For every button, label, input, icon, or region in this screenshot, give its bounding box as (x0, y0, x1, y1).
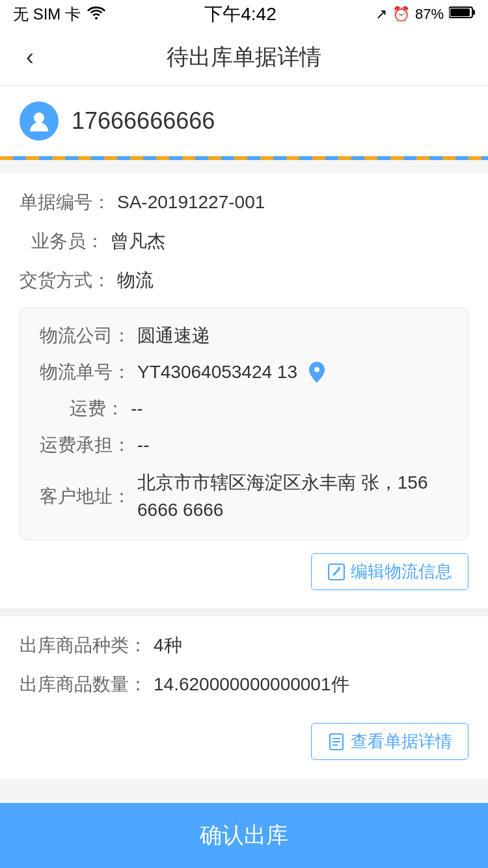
logistics-company-row: 物流公司： 圆通速递 (40, 323, 448, 348)
edit-logistics-label: 编辑物流信息 (351, 560, 452, 583)
battery-icon (449, 6, 475, 23)
product-types-label: 出库商品种类： (20, 632, 154, 659)
logistics-card: 物流公司： 圆通速递 物流单号： YT43064053424 13 运费： --… (20, 307, 468, 540)
status-time: 下午4:42 (204, 2, 277, 27)
tracking-row: 物流单号： YT43064053424 13 (40, 360, 448, 385)
freight-bear-row: 运费承担： -- (40, 433, 448, 457)
edit-logistics-button[interactable]: 编辑物流信息 (311, 553, 468, 590)
map-pin-icon[interactable] (305, 360, 329, 384)
alarm-icon: ⏰ (392, 6, 410, 23)
order-number-label: 单据编号： (20, 189, 117, 216)
battery-text: 87% (415, 6, 444, 23)
freight-bear-value: -- (137, 435, 448, 455)
order-info-section: 单据编号： SA-20191227-001 业务员： 曾凡杰 交货方式： 物流 … (0, 173, 488, 608)
delivery-label: 交货方式： (20, 267, 117, 294)
product-quantity-label: 出库商品数量： (20, 671, 154, 698)
order-number-row: 单据编号： SA-20191227-001 (20, 189, 468, 216)
product-quantity-value: 14.620000000000001件 (154, 671, 468, 698)
customer-header: 17666666666 (0, 86, 488, 156)
svg-point-3 (34, 113, 44, 123)
tracking-value-container: YT43064053424 13 (137, 360, 448, 384)
status-right: ↗ ⏰ 87% (375, 6, 475, 23)
back-button[interactable]: ‹ (20, 37, 40, 77)
product-section: 出库商品种类： 4种 出库商品数量： 14.620000000000001件 查… (0, 616, 488, 778)
product-types-value: 4种 (154, 632, 468, 659)
svg-rect-2 (450, 8, 470, 16)
view-details-button[interactable]: 查看单据详情 (311, 723, 468, 760)
status-bar: 无 SIM 卡 下午4:42 ↗ ⏰ 87% (0, 0, 488, 29)
order-number-value: SA-20191227-001 (117, 189, 468, 216)
staff-row: 业务员： 曾凡杰 (20, 228, 468, 255)
logistics-company-value: 圆通速递 (137, 323, 448, 348)
view-details-label: 查看单据详情 (351, 730, 452, 753)
freight-bear-label: 运费承担： (40, 433, 137, 457)
staff-value: 曾凡杰 (111, 228, 468, 255)
address-value: 北京市市辖区海淀区永丰南 张，156 6666 6666 (137, 469, 448, 524)
freight-value: -- (131, 398, 448, 419)
product-quantity-row: 出库商品数量： 14.620000000000001件 (20, 671, 468, 698)
customer-phone: 17666666666 (72, 107, 215, 135)
wifi-icon (87, 5, 105, 23)
freight-label: 运费： (40, 396, 131, 421)
edit-icon (327, 563, 346, 581)
view-btn-row: 查看单据详情 (20, 710, 468, 763)
person-icon (27, 109, 51, 133)
edit-btn-row: 编辑物流信息 (20, 540, 468, 593)
staff-label: 业务员： (20, 228, 111, 255)
section-divider (0, 608, 488, 616)
delivery-value: 物流 (117, 267, 468, 294)
nav-bar: ‹ 待出库单据详情 (0, 29, 488, 86)
logistics-company-label: 物流公司： (40, 323, 137, 348)
confirm-button[interactable]: 确认出库 (0, 803, 488, 868)
carrier-text: 无 SIM 卡 (13, 4, 81, 25)
svg-rect-1 (472, 10, 475, 15)
confirm-label: 确认出库 (200, 821, 288, 850)
address-row: 客户地址： 北京市市辖区海淀区永丰南 张，156 6666 6666 (40, 469, 448, 524)
address-label: 客户地址： (40, 484, 137, 509)
dashed-divider (0, 156, 488, 160)
document-icon (327, 733, 346, 751)
customer-avatar (20, 102, 59, 141)
tracking-number: YT43064053424 13 (137, 362, 297, 383)
page-title: 待出库单据详情 (167, 42, 321, 72)
location-status-icon: ↗ (375, 6, 387, 23)
product-types-row: 出库商品种类： 4种 (20, 632, 468, 659)
freight-row: 运费： -- (40, 396, 448, 421)
tracking-label: 物流单号： (40, 360, 137, 385)
status-left: 无 SIM 卡 (13, 4, 105, 25)
delivery-row: 交货方式： 物流 (20, 267, 468, 294)
